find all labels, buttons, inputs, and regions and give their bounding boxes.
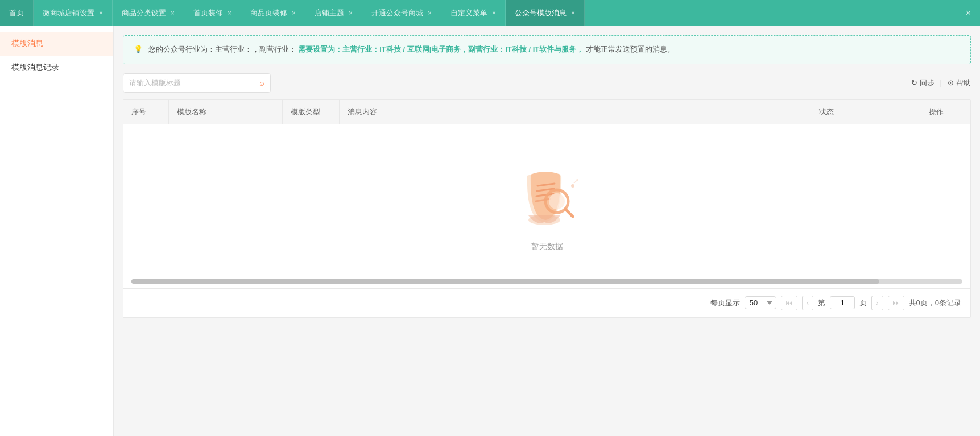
nav-tab-label-open-mall: 开通公众号商城 [371, 8, 423, 18]
toolbar-divider: | [940, 78, 942, 87]
nav-tab-label-home: 首页 [9, 8, 24, 18]
th-content: 消息内容 [340, 100, 811, 124]
svg-point-6 [549, 193, 565, 209]
nav-tab-close-template-msg[interactable]: × [571, 9, 575, 17]
th-action: 操作 [902, 100, 970, 124]
notice-prefix: 您的公众号行业为：主营行业：，副营行业： [148, 45, 296, 53]
nav-tab-close-product-decor[interactable]: × [292, 9, 296, 17]
help-label: 帮助 [956, 78, 971, 88]
page-size-label: 每页显示 [710, 298, 740, 308]
nav-tab-template-msg[interactable]: 公众号模版消息× [506, 0, 585, 26]
nav-tab-label-shop-settings: 微商城店铺设置 [43, 8, 94, 18]
nav-tab-label-custom-menu: 自定义菜单 [450, 8, 487, 18]
svg-line-10 [574, 181, 576, 183]
th-no: 序号 [123, 100, 169, 124]
notice-highlight: 需要设置为：主营行业：IT科技 / 互联网|电子商务，副营行业：IT科技 / I… [298, 45, 584, 53]
svg-line-7 [565, 209, 573, 217]
svg-point-9 [576, 179, 578, 181]
page-label-suffix: 页 [859, 298, 867, 308]
main-layout: 模版消息模版消息记录 💡 您的公众号行业为：主营行业：，副营行业： 需要设置为：… [0, 26, 980, 436]
page-size-select[interactable]: 50 10 20 100 [745, 296, 776, 309]
nav-tab-close-open-mall[interactable]: × [428, 9, 432, 17]
th-type: 模版类型 [283, 100, 340, 124]
sidebar-item-template-msg[interactable]: 模版消息 [0, 32, 113, 56]
nav-tab-label-category-settings: 商品分类设置 [122, 8, 166, 18]
search-bar: ⌕ ↻ 同步 | ⊙ 帮助 [123, 73, 971, 93]
nav-tab-label-template-msg: 公众号模版消息 [515, 8, 567, 18]
nav-tab-custom-menu[interactable]: 自定义菜单× [441, 0, 506, 26]
svg-point-8 [571, 184, 574, 188]
notice-icon: 💡 [134, 45, 143, 53]
nav-tab-shop-settings[interactable]: 微商城店铺设置× [34, 0, 113, 26]
next-page-button[interactable]: › [871, 296, 883, 310]
th-status: 状态 [811, 100, 902, 124]
table-header: 序号 模版名称 模版类型 消息内容 状态 操作 [123, 100, 970, 124]
nav-tab-homepage-decor[interactable]: 首页装修× [184, 0, 241, 26]
help-icon: ⊙ [948, 78, 954, 87]
close-all-button[interactable]: × [957, 8, 980, 18]
sync-icon: ↻ [911, 78, 917, 87]
nav-tab-close-shop-settings[interactable]: × [99, 9, 103, 17]
empty-illustration [510, 159, 584, 232]
sidebar-item-template-records[interactable]: 模版消息记录 [0, 56, 113, 80]
last-page-button[interactable]: ⏭ [888, 296, 904, 310]
th-name: 模版名称 [169, 100, 283, 124]
scroll-thumb[interactable] [131, 279, 879, 284]
page-number-input[interactable] [830, 296, 855, 309]
nav-tab-open-mall[interactable]: 开通公众号商城× [362, 0, 441, 26]
nav-tab-close-custom-menu[interactable]: × [492, 9, 496, 17]
pagination: 每页显示 50 10 20 100 ⏮ ‹ 第 页 › ⏭ 共0页，0条记录 [123, 288, 970, 317]
nav-tab-label-homepage-decor: 首页装修 [193, 8, 223, 18]
nav-tab-close-store-theme[interactable]: × [349, 9, 353, 17]
nav-tab-close-homepage-decor[interactable]: × [228, 9, 231, 17]
top-nav: 首页微商城店铺设置×商品分类设置×首页装修×商品页装修×店铺主题×开通公众号商城… [0, 0, 980, 26]
sync-button[interactable]: ↻ 同步 [911, 78, 934, 88]
notice-banner: 💡 您的公众号行业为：主营行业：，副营行业： 需要设置为：主营行业：IT科技 /… [123, 35, 971, 64]
nav-tab-store-theme[interactable]: 店铺主题× [305, 0, 362, 26]
search-input-wrap: ⌕ [123, 73, 271, 93]
search-button[interactable]: ⌕ [259, 78, 264, 88]
main-content: 💡 您的公众号行业为：主营行业：，副营行业： 需要设置为：主营行业：IT科技 /… [114, 26, 980, 436]
nav-tab-product-decor[interactable]: 商品页装修× [241, 0, 305, 26]
nav-tab-home[interactable]: 首页 [0, 0, 34, 26]
nav-tab-close-category-settings[interactable]: × [171, 9, 175, 17]
first-page-button[interactable]: ⏮ [781, 296, 797, 310]
horizontal-scrollbar[interactable] [131, 279, 962, 284]
sync-label: 同步 [920, 78, 934, 88]
search-input[interactable] [129, 78, 257, 87]
toolbar-right: ↻ 同步 | ⊙ 帮助 [911, 78, 971, 88]
page-label-prefix: 第 [818, 298, 825, 308]
sidebar: 模版消息模版消息记录 [0, 26, 114, 436]
nav-tab-category-settings[interactable]: 商品分类设置× [113, 0, 184, 26]
empty-state: 暂无数据 [123, 124, 970, 275]
nav-tab-label-store-theme: 店铺主题 [315, 8, 344, 18]
data-table: 序号 模版名称 模版类型 消息内容 状态 操作 [123, 99, 971, 318]
help-button[interactable]: ⊙ 帮助 [948, 78, 971, 88]
notice-suffix: 才能正常发送预置的消息。 [586, 45, 675, 53]
prev-page-button[interactable]: ‹ [802, 296, 813, 310]
nav-tab-label-product-decor: 商品页装修 [250, 8, 287, 18]
empty-text: 暂无数据 [531, 242, 563, 252]
total-info: 共0页，0条记录 [909, 298, 961, 308]
